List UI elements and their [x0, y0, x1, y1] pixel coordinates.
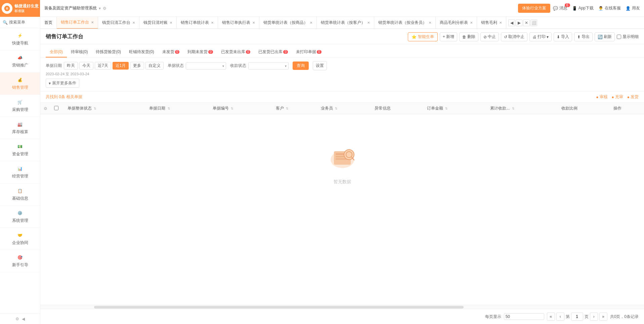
last-page-button[interactable]: »	[599, 313, 607, 321]
print-button[interactable]: 🖨 打印 ▾	[529, 32, 552, 41]
scrollbar-thumb[interactable]	[94, 306, 464, 309]
dropdown-icon[interactable]: ▾	[99, 6, 101, 11]
payment-select[interactable]	[248, 62, 289, 70]
sidebar-item-system[interactable]: ⚙️ 系统管理	[0, 206, 40, 228]
tab-close-sales-exec[interactable]: ✕	[252, 21, 255, 25]
status-select[interactable]	[186, 62, 226, 70]
expand-conditions-button[interactable]: ▾ 展开更多条件	[46, 79, 79, 88]
app-download-item[interactable]: 📱 App下载	[572, 5, 594, 11]
sort-status-icon[interactable]: ⇅	[94, 107, 96, 110]
tab-close-sales-stats[interactable]: ✕	[211, 21, 214, 25]
tab-close-gross-profit[interactable]: ✕	[470, 21, 473, 25]
cancel-suspend-button[interactable]: ↺ 取消中止	[501, 32, 527, 41]
sidebar-item-marketing[interactable]: 📣 营销推广	[0, 50, 40, 73]
sub-tab-wangpu[interactable]: 旺铺待发货(0)	[125, 47, 158, 57]
prev-page-button[interactable]: ‹	[556, 313, 564, 321]
date-btn-1month[interactable]: 近1月	[113, 62, 129, 70]
tab-sales-stats[interactable]: 销售订单统计表 ✕	[177, 17, 218, 29]
delete-button[interactable]: 🗑 删除	[459, 32, 478, 41]
tab-sales-margin[interactable]: 销售毛利 ✕	[477, 17, 506, 29]
sidebar-item-enterprise[interactable]: 🤝 企业协同	[0, 228, 40, 250]
sub-tab-shipped-not-out[interactable]: 已发货未出库0	[217, 47, 255, 57]
cancel-review-action[interactable]: ● 充审	[612, 94, 623, 100]
top-header: 装备及固定资产辅助管理系统 ▾ ⚙ 体验行业方案 💬 消息 6 📱 App下载 …	[40, 0, 644, 17]
sub-tab-all[interactable]: 全部(0)	[46, 47, 67, 57]
date-btn-7days[interactable]: 近7天	[95, 62, 111, 70]
sidebar-item-basic-info[interactable]: 📋 基础信息	[0, 184, 40, 206]
date-btn-yesterday[interactable]: 昨天	[64, 62, 78, 70]
sort-customer-icon[interactable]: ⇅	[286, 107, 289, 110]
tab-maximize-button[interactable]: ⬜	[530, 19, 537, 26]
tab-close-sales-by-staff[interactable]: ✕	[429, 21, 431, 25]
collapse-icon[interactable]: ◀	[22, 317, 25, 321]
tab-home[interactable]: 首页	[40, 17, 57, 29]
tab-sales-by-staff[interactable]: 销货单统计表（按业务员） ✕	[374, 17, 436, 29]
next-page-button[interactable]: ›	[590, 313, 598, 321]
ship-action[interactable]: ● 发货	[627, 94, 639, 100]
tab-gross-profit[interactable]: 商品毛利分析表 ✕	[436, 17, 477, 29]
tab-close-sales-by-customer[interactable]: ✕	[367, 21, 370, 25]
message-item[interactable]: 💬 消息 6	[553, 5, 567, 11]
column-settings-icon[interactable]: ⚙	[44, 106, 47, 111]
sub-tab-shipped-out[interactable]: 已发货已出库0	[254, 47, 292, 57]
smart-create-button[interactable]: ⭐ 智能生单	[408, 32, 438, 41]
page-number-input[interactable]	[571, 313, 583, 321]
suspend-button[interactable]: ⊘ 中止	[480, 32, 499, 41]
sidebar-item-sales[interactable]: 💰 销售管理	[0, 73, 40, 95]
sort-collected-icon[interactable]: ⇅	[512, 107, 515, 110]
tab-close-sales-by-product[interactable]: ✕	[310, 21, 312, 25]
tab-sales-exec[interactable]: 销售订单执行表 ✕	[218, 17, 259, 29]
header-actions: 💬 消息 6 📱 App下载 👨‍💼 在线客服 👤 用友	[553, 5, 640, 11]
sidebar-item-inventory[interactable]: 🏭 库存核算	[0, 117, 40, 139]
user-item[interactable]: 👤 用友	[626, 5, 640, 11]
add-button[interactable]: + 新增	[440, 32, 457, 41]
tab-next-button[interactable]: ▶	[516, 19, 522, 26]
tab-close-cash-daily[interactable]: ✕	[132, 21, 135, 25]
online-service-item[interactable]: 👨‍💼 在线客服	[598, 5, 621, 11]
refresh-button[interactable]: 🔄 刷新	[595, 32, 615, 41]
tab-prev-button[interactable]: ◀	[508, 19, 515, 26]
industry-solution-button[interactable]: 体验行业方案	[518, 4, 550, 13]
tab-close-sales-workbench[interactable]: ✕	[91, 21, 94, 24]
page-actions: ⭐ 智能生单 + 新增 🗑 删除 ⊘ 中止 ↺ 取消中止	[408, 32, 639, 41]
sidebar-item-operations[interactable]: 📊 经营管理	[0, 161, 40, 184]
date-btn-more[interactable]: 更多	[130, 62, 144, 70]
date-btn-custom[interactable]: 自定义	[145, 62, 164, 70]
sub-tab-overdue-not-shipped[interactable]: 到期未发货0	[183, 47, 217, 57]
sidebar-item-guide[interactable]: 🎯 新手引导	[0, 250, 40, 272]
horizontal-scrollbar[interactable]	[40, 305, 644, 309]
tab-cash-reconcile[interactable]: 钱货日清对账 ✕	[139, 17, 177, 29]
tab-close-all-button[interactable]: ✕	[523, 19, 530, 26]
sort-amount-icon[interactable]: ⇅	[445, 107, 448, 110]
settings-filter-button[interactable]: 设置	[313, 61, 327, 70]
sort-number-icon[interactable]: ⇅	[231, 107, 233, 110]
sidebar-item-finance[interactable]: 💵 资金管理	[0, 139, 40, 161]
date-btn-today[interactable]: 今天	[79, 62, 93, 70]
page-size-select[interactable]: 50 20 100	[504, 313, 544, 320]
show-details-input[interactable]	[617, 35, 621, 39]
tab-cash-daily[interactable]: 钱货日清工作台 ✕	[98, 17, 139, 29]
export-button[interactable]: ⬆ 导出	[574, 32, 593, 41]
sidebar-item-quick-nav[interactable]: ⚡ 快捷导航	[0, 28, 40, 50]
sub-tab-pending-review[interactable]: 待审核(0)	[67, 47, 92, 57]
select-all-checkbox[interactable]	[54, 106, 58, 110]
sort-staff-icon[interactable]: ⇅	[335, 107, 338, 110]
first-page-button[interactable]: «	[547, 313, 555, 321]
settings-icon[interactable]: ⚙	[103, 6, 106, 11]
settings-icon[interactable]: ⚙	[15, 317, 19, 321]
sub-tab-pending-inspect[interactable]: 待拣货验货(0)	[92, 47, 125, 57]
tab-close-cash-reconcile[interactable]: ✕	[170, 21, 172, 25]
search-button[interactable]: 查询	[293, 62, 309, 70]
sidebar-item-purchase[interactable]: 🛒 采购管理	[0, 95, 40, 117]
tab-sales-by-customer[interactable]: 销货单统计表（按客户） ✕	[317, 17, 374, 29]
sort-date-icon[interactable]: ⇅	[168, 107, 170, 110]
tab-sales-by-product[interactable]: 销货单统计表（按商品） ✕	[259, 17, 317, 29]
show-details-checkbox[interactable]: 显示明细	[617, 34, 639, 40]
import-button[interactable]: ⬇ 导入	[554, 32, 572, 41]
tab-sales-workbench[interactable]: 销售订单工作台 ✕	[57, 17, 98, 29]
sub-tab-not-shipped[interactable]: 未发货0	[158, 47, 184, 57]
review-action[interactable]: ● 审核	[596, 94, 607, 100]
tab-close-sales-margin[interactable]: ✕	[499, 21, 502, 25]
search-menu[interactable]: 🔍 搜索菜单	[0, 17, 40, 28]
sub-tab-not-printed[interactable]: 未打印单据0	[292, 47, 326, 57]
